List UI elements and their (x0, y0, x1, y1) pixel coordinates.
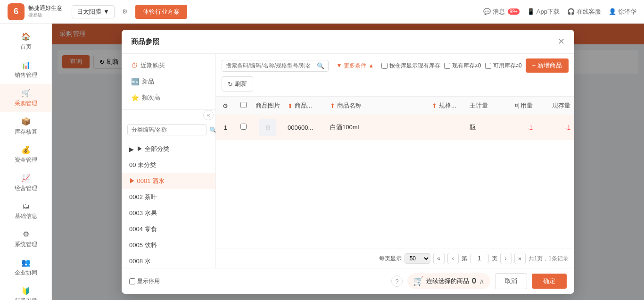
th-checkbox[interactable] (235, 97, 252, 115)
star-icon: ⭐ (131, 94, 139, 101)
refresh-circle-icon: ↻ (228, 81, 233, 88)
cat-item-liquor[interactable]: ▶ 0001 酒水 (122, 173, 215, 189)
page-size-select[interactable]: 20 50 100 (405, 253, 430, 264)
category-search-icon[interactable]: 🔍 (209, 126, 216, 133)
app-download-btn[interactable]: 📱 App下载 (527, 8, 560, 16)
add-product-btn[interactable]: + 新增商品 (526, 58, 569, 73)
product-reference-modal: 商品参照 ✕ ⏱ 近期购买 🆕 (122, 30, 574, 294)
product-search-input[interactable] (226, 62, 315, 69)
th-spec[interactable]: ⬆ 规格... (428, 97, 466, 115)
logo-icon: 6 (8, 3, 25, 20)
confirm-btn[interactable]: 确定 (532, 274, 567, 289)
cat-item-drink[interactable]: 0005 饮料 (122, 237, 215, 253)
prev-page-btn[interactable]: ‹ (447, 253, 459, 264)
image-placeholder-icon: 🖼 (265, 125, 270, 130)
select-all-checkbox[interactable] (240, 102, 247, 108)
sidebar-label-system: 系统管理 (15, 241, 37, 249)
table-row[interactable]: 1 🖼 (216, 115, 574, 140)
cart-count: 0 (472, 277, 476, 285)
th-img: 商品图片 (252, 97, 284, 115)
purchase-icon: 🛒 (21, 89, 31, 98)
cat-item-snack[interactable]: 0004 零食 (122, 221, 215, 237)
sidebar-item-sales[interactable]: 📊 销售管理 (0, 56, 51, 84)
cat-item-fruit[interactable]: 0003 水果 (122, 205, 215, 221)
sidebar-item-enterprise[interactable]: 👥 企业协同 (0, 253, 51, 282)
avail-nonzero-checkbox[interactable] (485, 63, 491, 69)
pagination: 每页显示 20 50 100 « ‹ 第 页 › (216, 249, 574, 268)
checkbox-stock-display[interactable]: 按仓库显示现有库存 (381, 62, 440, 70)
sort-indicator-spec: ⬆ (432, 102, 437, 109)
stock-nonzero-checkbox[interactable] (444, 63, 450, 69)
filter-icon: ▼ (336, 62, 342, 69)
cart-area: 🛒 连续选择的商品 0 ∧ (407, 273, 490, 289)
collapse-panel-btn[interactable]: « (203, 110, 214, 120)
recent-purchase-btn[interactable]: ⏱ 近期购买 (127, 58, 210, 73)
headset-icon: 🎧 (567, 8, 575, 15)
category-search: 🔍 (122, 120, 215, 139)
first-page-btn[interactable]: « (433, 253, 445, 264)
th-unit: 主计量 (466, 97, 499, 115)
th-stock: 现存量 (537, 97, 574, 115)
sidebar-item-system[interactable]: ⚙ 系统管理 (0, 225, 51, 253)
row-check[interactable] (235, 115, 252, 140)
last-page-btn[interactable]: » (514, 253, 526, 264)
cat-item-water[interactable]: 0008 水 (122, 253, 215, 268)
experience-button[interactable]: 体验行业方案 (135, 5, 187, 19)
disabled-checkbox[interactable] (129, 278, 135, 284)
sort-indicator-code: ⬆ (288, 102, 293, 109)
sidebar-item-purchase[interactable]: 🛒 采购管理 (0, 84, 51, 112)
home-icon: 🏠 (21, 32, 31, 41)
sidebar: 🏠 首页 📊 销售管理 🛒 采购管理 📦 库存核算 💰 资金管理 📈 经营管理 … (0, 24, 52, 300)
th-avail: 可用量 (499, 97, 537, 115)
sidebar-item-finance[interactable]: 💰 资金管理 (0, 141, 51, 169)
sidebar-label-home: 首页 (20, 43, 32, 51)
search-icon[interactable]: 🔍 (317, 62, 324, 69)
footer-right: ? 🛒 连续选择的商品 0 ∧ 取消 确定 (391, 273, 567, 289)
message-btn[interactable]: 💬 消息 99+ (483, 8, 520, 16)
cancel-btn[interactable]: 取消 (495, 273, 527, 289)
table-header: ⚙ 商品图片 (216, 97, 574, 115)
sidebar-label-enterprise: 企业协同 (15, 269, 37, 277)
sidebar-item-basicinfo[interactable]: 🗂 基础信息 (0, 197, 51, 225)
username: 徐泽华 (618, 8, 636, 16)
main-layout: 🏠 首页 📊 销售管理 🛒 采购管理 📦 库存核算 💰 资金管理 📈 经营管理 … (0, 24, 644, 300)
stock-display-checkbox[interactable] (381, 63, 388, 69)
message-badge: 99+ (508, 8, 520, 15)
cat-item-tea[interactable]: 0002 茶叶 (122, 189, 215, 205)
sidebar-item-business[interactable]: 📈 经营管理 (0, 169, 51, 197)
modal-footer: 显示停用 ? 🛒 连续选择的商品 0 ∧ 取消 确定 (122, 268, 574, 294)
filter-btn[interactable]: ▼ 更多条件 ▲ (332, 60, 378, 72)
checkbox-stock-nonzero[interactable]: 现有库存≠0 (444, 62, 481, 70)
modal-close-button[interactable]: ✕ (558, 36, 565, 47)
service-btn[interactable]: 🎧 在线客服 (567, 8, 601, 16)
checkbox-avail-nonzero[interactable]: 可用库存≠0 (485, 62, 522, 70)
th-settings[interactable]: ⚙ (216, 97, 235, 115)
help-icon[interactable]: ? (391, 275, 403, 287)
cat-item-uncategorized[interactable]: 00 未分类 (122, 157, 215, 173)
frequent-btn[interactable]: ⭐ 频次高 (127, 91, 210, 105)
next-page-btn[interactable]: › (500, 253, 512, 264)
th-name[interactable]: ⬆ 商品名称 (326, 97, 428, 115)
new-product-btn[interactable]: 🆕 新品 (127, 75, 210, 89)
settings-icon[interactable]: ⚙ (223, 102, 228, 109)
category-search-input[interactable] (127, 124, 206, 135)
gear-button[interactable]: ⚙ (118, 6, 132, 17)
th-code[interactable]: ⬆ 商品... (284, 97, 326, 115)
page-label: 第 (462, 255, 467, 263)
sidebar-item-home[interactable]: 🏠 首页 (0, 27, 51, 56)
sidebar-item-inventory[interactable]: 📦 库存核算 (0, 112, 51, 141)
system-icon: ⚙ (23, 230, 29, 239)
user-area[interactable]: 👤 徐泽华 (609, 8, 636, 16)
filter-arrow-icon: ▲ (368, 62, 374, 69)
modal-overlay: 商品参照 ✕ ⏱ 近期购买 🆕 (52, 24, 644, 300)
page-number-input[interactable] (470, 254, 489, 263)
cat-item-all[interactable]: ▶ ▶ 全部分类 (122, 141, 215, 157)
cart-collapse-icon[interactable]: ∧ (479, 277, 485, 286)
refresh-btn[interactable]: ↻ 刷新 (222, 76, 253, 92)
row-checkbox[interactable] (240, 124, 247, 130)
sidebar-item-guide[interactable]: 🔰 新手引导 (0, 282, 51, 300)
show-disabled-checkbox[interactable]: 显示停用 (129, 277, 160, 285)
store-selector[interactable]: 日太阳膜 ▼ (72, 5, 115, 18)
app-label: App下载 (537, 8, 560, 16)
product-table: ⚙ 商品图片 (216, 97, 574, 140)
